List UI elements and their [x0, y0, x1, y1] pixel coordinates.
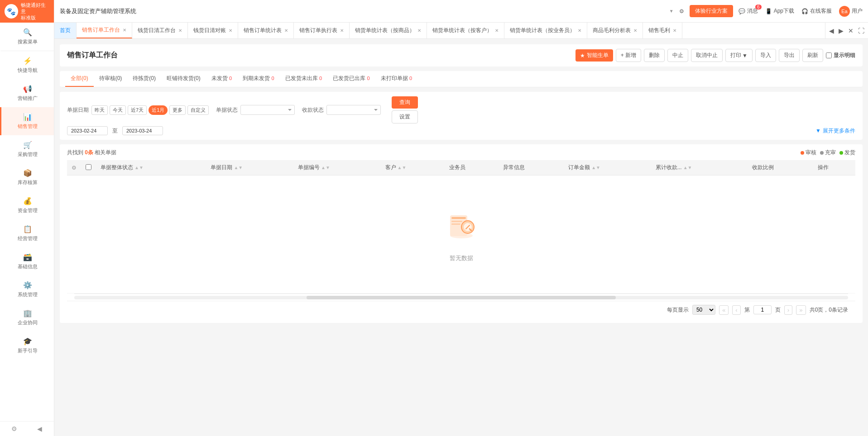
sort-date[interactable]: 单据日期 ▲▼ — [211, 164, 289, 171]
sub-tab-unshipped[interactable]: 未发货 0 — [206, 71, 237, 87]
tab-sales-margin[interactable]: 销售毛利 ✕ — [643, 23, 682, 38]
message-btn[interactable]: 💬 6 消息 — [739, 7, 758, 15]
scrollbar-thumb[interactable] — [307, 296, 616, 299]
sub-tab-unprinted[interactable]: 未打印单据 0 — [375, 71, 417, 87]
scrollbar-area[interactable] — [74, 294, 848, 301]
system-dropdown-icon[interactable]: ▼ — [669, 9, 674, 14]
tab-cash-reconcile[interactable]: 钱货日清对账 ✕ — [188, 23, 238, 38]
app-download-btn[interactable]: 📱 App下载 — [765, 7, 794, 15]
sub-tab-pick[interactable]: 待拣货(0) — [127, 71, 161, 87]
tab-next-btn[interactable]: ▶ — [837, 27, 845, 34]
tab-close-icon[interactable]: ✕ — [284, 28, 288, 33]
date-7days-btn[interactable]: 近7天 — [128, 105, 147, 115]
sidebar-item-basic[interactable]: 🗃️ 基础信息 — [0, 247, 54, 275]
sidebar-search[interactable]: 🔍 搜索菜单 — [0, 23, 54, 51]
industry-btn[interactable]: 体验行业方案 — [690, 5, 733, 17]
import-btn[interactable]: 导入 — [755, 49, 776, 62]
show-detail-checkbox[interactable]: 显示明细 — [826, 52, 855, 59]
sort-number[interactable]: 单据编号 ▲▼ — [298, 164, 376, 171]
date-more-btn[interactable]: 更多 — [169, 105, 186, 115]
sort-status[interactable]: 单据整体状态 ▲▼ — [101, 164, 201, 171]
sidebar-item-newbie[interactable]: 🎓 新手引导 — [0, 332, 54, 360]
settings-btn[interactable]: ⚙ — [4, 425, 25, 432]
smart-create-btn[interactable]: ★ 智能生单 — [575, 49, 613, 62]
page-input[interactable] — [753, 305, 772, 314]
last-page-btn[interactable]: » — [796, 305, 806, 315]
cancel-abort-btn[interactable]: 取消中止 — [691, 49, 723, 62]
refresh-btn[interactable]: 刷新 — [802, 49, 823, 62]
tab-home[interactable]: 首页 — [54, 23, 77, 38]
sort-accumulated[interactable]: 累计收款... ▲▼ — [656, 164, 743, 171]
user-btn[interactable]: Ea 用户 — [839, 6, 863, 17]
tab-close-icon[interactable]: ✕ — [417, 28, 421, 33]
tab-close-icon[interactable]: ✕ — [633, 28, 637, 33]
tab-close-icon[interactable]: ✕ — [495, 28, 499, 33]
sidebar-item-sales[interactable]: 📊 销售管理 — [0, 107, 54, 135]
sub-tab-shipped-not-out[interactable]: 已发货未出库 0 — [280, 71, 327, 87]
col-settings[interactable]: ⚙ — [67, 160, 81, 175]
prev-page-btn[interactable]: ‹ — [732, 305, 740, 315]
sub-tab-review[interactable]: 待审核(0) — [94, 71, 128, 87]
query-btn[interactable]: 查询 — [392, 96, 418, 109]
sidebar-item-operations[interactable]: 📋 经营管理 — [0, 219, 54, 247]
tab-sales-exec[interactable]: 销售订单执行表 ✕ — [294, 23, 350, 38]
export-btn[interactable]: 导出 — [779, 49, 800, 62]
status-select[interactable] — [240, 105, 295, 115]
per-page-select[interactable]: 10 20 50 100 — [692, 305, 715, 315]
sort-amount[interactable]: 订单金额 ▲▼ — [568, 164, 647, 171]
tab-close-icon[interactable]: ✕ — [578, 28, 581, 33]
new-btn[interactable]: + 新增 — [616, 49, 641, 62]
date-today-btn[interactable]: 今天 — [110, 105, 126, 115]
sidebar-item-finance[interactable]: 💰 资金管理 — [0, 191, 54, 219]
sidebar-item-marketing[interactable]: 📢 营销推广 — [0, 79, 54, 107]
sidebar-item-quick-nav[interactable]: ⚡ 快捷导航 — [0, 51, 54, 79]
tab-close-icon[interactable]: ✕ — [178, 28, 182, 33]
tab-close-all-btn[interactable]: ✕ — [846, 27, 855, 34]
first-page-btn[interactable]: « — [719, 305, 729, 315]
quick-cancel-btn[interactable]: 充审 — [820, 149, 836, 156]
date-1month-btn[interactable]: 近1月 — [149, 105, 168, 115]
next-page-btn[interactable]: › — [784, 305, 792, 315]
show-detail-input[interactable] — [826, 52, 832, 58]
tab-close-icon[interactable]: ✕ — [340, 28, 344, 33]
scrollbar-track[interactable] — [74, 296, 848, 299]
date-to-input[interactable] — [122, 126, 163, 135]
abort-btn[interactable]: 中止 — [667, 49, 688, 62]
sub-tab-all[interactable]: 全部(0) — [65, 71, 94, 87]
sub-tab-shipped-out[interactable]: 已发货已出库 0 — [327, 71, 375, 87]
sidebar-item-enterprise[interactable]: 🏢 企业协同 — [0, 303, 54, 332]
expand-filter-btn[interactable]: ▼ 展开更多条件 — [815, 127, 855, 135]
sub-tab-wangpu[interactable]: 旺铺待发货(0) — [161, 71, 206, 87]
set-btn[interactable]: 设置 — [392, 110, 418, 123]
sidebar-item-purchase[interactable]: 🛒 采购管理 — [0, 135, 54, 163]
payment-select[interactable] — [326, 105, 381, 115]
tab-prev-btn[interactable]: ◀ — [827, 27, 836, 34]
date-yesterday-btn[interactable]: 昨天 — [91, 105, 108, 115]
tab-sales-product[interactable]: 销货单统计表（按商品） ✕ — [350, 23, 427, 38]
tab-margin[interactable]: 商品毛利分析表 ✕ — [587, 23, 643, 38]
delete-btn[interactable]: 删除 — [644, 49, 665, 62]
print-btn[interactable]: 打印 ▼ — [725, 49, 753, 62]
tab-sales-stats[interactable]: 销售订单统计表 ✕ — [238, 23, 294, 38]
select-all-checkbox[interactable] — [86, 164, 91, 170]
tab-close-icon[interactable]: ✕ — [123, 28, 126, 33]
tab-close-icon[interactable]: ✕ — [229, 28, 232, 33]
sidebar-item-system[interactable]: ⚙️ 系统管理 — [0, 275, 54, 303]
tab-maximize-btn[interactable]: ⛶ — [856, 27, 866, 34]
date-from-input[interactable] — [67, 126, 108, 135]
sort-customer[interactable]: 客户 ▲▼ — [385, 164, 441, 171]
tab-sales-order[interactable]: 销售订单工作台 ✕ — [77, 23, 132, 38]
header-gear-icon[interactable]: ⚙ — [679, 8, 684, 14]
collapse-btn[interactable]: ◀ — [29, 425, 51, 432]
sub-tab-overdue[interactable]: 到期未发货 0 — [237, 71, 279, 87]
quick-ship-btn[interactable]: 发货 — [839, 149, 855, 156]
quick-review-btn[interactable]: 审核 — [801, 149, 816, 156]
tab-close-icon[interactable]: ✕ — [673, 28, 676, 33]
date-custom-btn[interactable]: 自定义 — [187, 105, 209, 115]
online-service-btn[interactable]: 🎧 在线客服 — [801, 7, 832, 15]
sidebar-item-inventory[interactable]: 📦 库存核算 — [0, 163, 54, 191]
tab-sales-staff[interactable]: 销货单统计表（按业务员） ✕ — [504, 23, 587, 38]
tab-sales-customer[interactable]: 销货单统计表（按客户） ✕ — [427, 23, 504, 38]
total-text: 共0页，0条记录 — [810, 306, 848, 314]
tab-cash-daily[interactable]: 钱货日清工作台 ✕ — [132, 23, 188, 38]
